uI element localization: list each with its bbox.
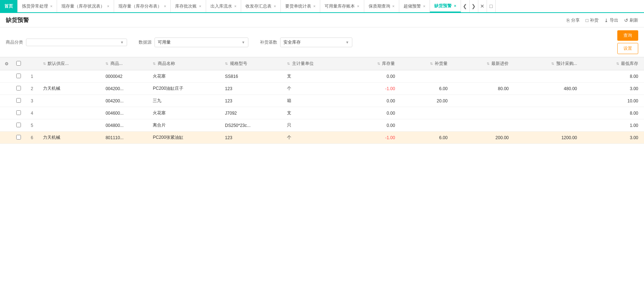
tab-inventory-status-close[interactable]: × — [107, 4, 109, 8]
replenish-label: 补货 — [590, 17, 599, 23]
row-code: 004600... — [103, 107, 150, 119]
row-stock: 0.00 — [348, 70, 401, 83]
tab-nav-prev[interactable]: ❮ — [461, 0, 470, 12]
col-latest-price-label: 最新进价 — [491, 61, 509, 66]
col-replenish-qty-label: 补货量 — [435, 61, 448, 66]
row-checkbox-cell[interactable] — [13, 132, 24, 144]
tab-nav-next[interactable]: ❯ — [470, 0, 478, 12]
refresh-button[interactable]: ↺ 刷新 — [624, 17, 638, 23]
col-spec[interactable]: ⇅ 规格型号 — [222, 57, 284, 70]
category-select[interactable]: ▼ — [26, 39, 127, 46]
row-checkbox[interactable] — [16, 98, 21, 103]
table-settings-icon[interactable]: ⚙ — [5, 61, 9, 66]
tab-inventory-status[interactable]: 现存量（库存状况表） × — [57, 0, 114, 12]
tab-overstock-close[interactable]: × — [423, 4, 425, 8]
row-num: 2 — [24, 83, 40, 95]
tab-home[interactable]: 首页 — [0, 0, 18, 12]
row-checkbox-cell[interactable] — [13, 70, 24, 83]
row-stock: 0.00 — [348, 107, 401, 119]
col-latest-price[interactable]: ⇅ 最新进价 — [453, 57, 514, 70]
row-num: 6 — [24, 132, 40, 144]
tab-batch-account-close[interactable]: × — [199, 4, 201, 8]
tab-inventory-dist[interactable]: 现存量（库存分布表） × — [114, 0, 171, 12]
replenish-base-select[interactable]: 安全库存 ▼ — [280, 37, 352, 47]
sort-unit-icon: ⇅ — [287, 62, 290, 66]
export-button[interactable]: ⤓ 导出 — [604, 17, 618, 23]
row-supplier — [40, 107, 103, 119]
tab-error-handling-close[interactable]: × — [50, 4, 52, 8]
replenish-base-label: 补货基数 — [260, 39, 277, 45]
tab-receipt-summary[interactable]: 收发存汇总表 × — [241, 0, 280, 12]
row-latest-price: 200.00 — [453, 132, 514, 144]
col-default-supplier-label: 默认供应... — [48, 61, 69, 66]
row-settings-cell — [0, 83, 13, 95]
row-supplier: 力天机械 — [40, 83, 103, 95]
tab-available-ledger-close[interactable]: × — [357, 4, 359, 8]
row-checkbox[interactable] — [16, 86, 21, 90]
row-checkbox[interactable] — [16, 74, 21, 78]
sort-supplier-icon: ⇅ — [43, 62, 46, 66]
tab-receipt-summary-close[interactable]: × — [274, 4, 276, 8]
row-checkbox[interactable] — [16, 135, 21, 140]
row-checkbox[interactable] — [16, 123, 21, 127]
col-est-purchase[interactable]: ⇅ 预计采购... — [514, 57, 583, 70]
share-label: 分享 — [571, 17, 580, 23]
col-min-stock[interactable]: ⇅ 最低库存 — [583, 57, 644, 70]
row-stock: -1.00 — [348, 132, 401, 144]
tab-home-label: 首页 — [4, 3, 13, 9]
col-default-supplier[interactable]: ⇅ 默认供应... — [40, 57, 103, 70]
tab-available-ledger[interactable]: 可用量库存账本 × — [320, 0, 364, 12]
tab-batch-account[interactable]: 库存批次账 × — [171, 0, 206, 12]
select-all-checkbox[interactable] — [16, 61, 21, 66]
export-label: 导出 — [610, 17, 618, 23]
table-row: 4 004600... 火花塞 J7092 支 0.00 8.00 — [0, 107, 644, 119]
row-unit: 个 — [284, 132, 348, 144]
row-code: 0000042 — [103, 70, 150, 83]
tab-expiry-query[interactable]: 保质期查询 × — [364, 0, 399, 12]
sort-est-icon: ⇅ — [551, 62, 554, 66]
tab-inout-flow-label: 出入库流水 — [210, 3, 232, 9]
window-close-btn[interactable]: ✕ — [478, 0, 487, 12]
tab-shortage-close[interactable]: × — [454, 4, 456, 8]
row-latest-price: 80.00 — [453, 83, 514, 95]
page-header: 缺货预警 ⎘ 分享 □ 补货 ⤓ 导出 ↺ 刷新 — [0, 13, 644, 27]
row-settings-cell — [0, 132, 13, 144]
row-checkbox[interactable] — [16, 110, 21, 115]
replenish-base-value: 安全库存 — [283, 39, 343, 45]
row-checkbox-cell[interactable] — [13, 107, 24, 119]
tab-order-stats-close[interactable]: × — [313, 4, 316, 8]
row-min-stock: 8.00 — [583, 107, 644, 119]
row-supplier — [40, 95, 103, 107]
col-product-code[interactable]: ⇅ 商品... — [103, 57, 150, 70]
col-unit[interactable]: ⇅ 主计量单位 — [284, 57, 348, 70]
window-max-btn[interactable]: □ — [487, 0, 496, 12]
category-label: 商品分类 — [6, 39, 23, 45]
col-replenish-qty[interactable]: ⇅ 补货量 — [401, 57, 453, 70]
tab-inventory-dist-close[interactable]: × — [164, 4, 166, 8]
row-stock: 0.00 — [348, 119, 401, 132]
tab-expiry-query-close[interactable]: × — [392, 4, 395, 8]
row-replenish-qty: 20.00 — [401, 95, 453, 107]
row-spec: SS816 — [222, 70, 284, 83]
tab-overstock-label: 超储预警 — [404, 3, 421, 9]
col-row-num — [24, 57, 40, 70]
row-latest-price — [453, 119, 514, 132]
query-button[interactable]: 查询 — [617, 30, 638, 41]
row-checkbox-cell[interactable] — [13, 95, 24, 107]
replenish-button[interactable]: □ 补货 — [586, 17, 599, 23]
settings-button[interactable]: 设置 — [617, 43, 638, 54]
tab-inout-flow[interactable]: 出入库流水 × — [206, 0, 241, 12]
share-button[interactable]: ⎘ 分享 — [567, 17, 580, 23]
row-checkbox-cell[interactable] — [13, 83, 24, 95]
tab-order-stats[interactable]: 要货单统计表 × — [281, 0, 320, 12]
row-replenish-qty — [401, 119, 453, 132]
tab-shortage[interactable]: 缺货预警 × — [430, 0, 461, 12]
tab-error-handling[interactable]: 拣货异常处理 × — [18, 0, 57, 12]
col-product-name[interactable]: ⇅ 商品名称 — [150, 57, 222, 70]
row-checkbox-cell[interactable] — [13, 119, 24, 132]
tab-inout-flow-close[interactable]: × — [234, 4, 236, 8]
col-stock[interactable]: ⇅ 库存量 — [348, 57, 401, 70]
tab-overstock[interactable]: 超储预警 × — [399, 0, 430, 12]
table-row: 1 0000042 火花塞 SS816 支 0.00 8.00 — [0, 70, 644, 83]
datasource-select[interactable]: 可用量 ▼ — [155, 37, 248, 47]
